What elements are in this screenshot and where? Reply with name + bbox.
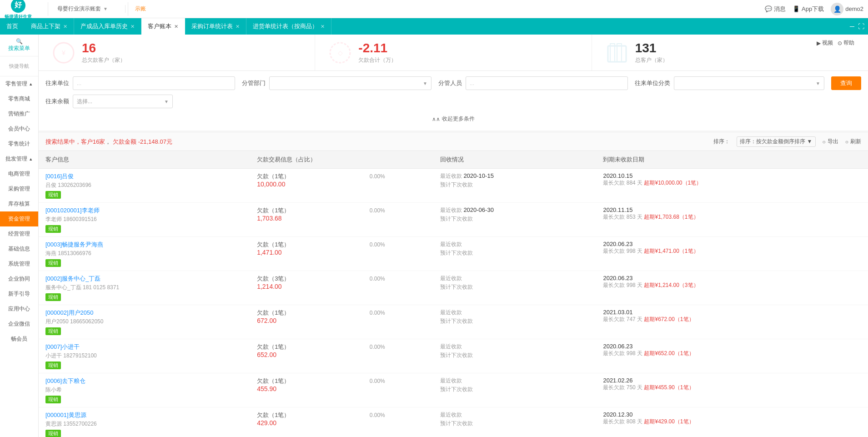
customer-name-7[interactable]: [000001]黄思源 <box>45 411 243 419</box>
overdue-amount-4[interactable]: 超期¥672.00（1笔） <box>644 316 694 322</box>
td-due-date-5: 2020.06.23 最长欠款 998 天 超期¥652.00（1笔） <box>596 339 868 373</box>
sidebar-item-batch-mgmt[interactable]: 批发管理 ▲ <box>0 151 38 166</box>
sidebar-item-operations[interactable]: 经营管理 <box>0 226 38 241</box>
export-btn[interactable]: ○ 导出 <box>823 138 838 146</box>
debt-amount-0[interactable]: 10,000.00 <box>257 181 356 188</box>
sidebar-item-new-guide[interactable]: 新手引导 <box>0 286 38 301</box>
debt-pct-4: 0.00% <box>370 310 426 316</box>
debt-amount-4[interactable]: 672.00 <box>257 317 356 324</box>
due-date-value-3: 2020.06.23 <box>603 275 861 281</box>
tab-purchase-stats-product[interactable]: 进货单统计表（按商品） ✕ <box>246 18 331 35</box>
customer-name-3[interactable]: [0002]服务中心_丁磊 <box>45 275 243 283</box>
filter-dept-select[interactable]: ▼ <box>269 76 431 90</box>
stats-row: ¥ 16 总欠款客户（家） ◇ <box>39 35 868 71</box>
stat-info-all-customers: 131 总客户（家） <box>635 41 668 64</box>
filter-balance-select[interactable]: 选择... ▼ <box>73 95 173 108</box>
customer-name-0[interactable]: [0016]吕俊 <box>45 172 243 181</box>
tab-purchase-order-summary[interactable]: 采购订单统计表 ✕ <box>185 18 246 35</box>
collapse-filters-btn[interactable]: ∧∧ 收起更多条件 <box>45 113 861 125</box>
debt-amount-2[interactable]: 1,471.00 <box>257 249 356 256</box>
sidebar-item-enterprise-wechat[interactable]: 企业微信 <box>0 316 38 332</box>
customer-name-6[interactable]: [0006]去下粮仓 <box>45 377 243 385</box>
sidebar-item-purchase-mgmt[interactable]: 采购管理 <box>0 181 38 196</box>
sort-select[interactable]: 排序：按欠款金额倒序排序 ▼ <box>737 136 815 147</box>
sidebar-item-basic-info[interactable]: 基础信息 <box>0 241 38 256</box>
td-customer-info-1: [0001020001]李老师 李老师 18600391516 现销 <box>39 203 250 237</box>
overdue-amount-0[interactable]: 超期¥10,000.00（1笔） <box>644 180 702 186</box>
refresh-btn[interactable]: ○ 刷新 <box>845 138 861 146</box>
sidebar-search[interactable]: 🔍 搜索菜单 <box>0 35 38 56</box>
sidebar-item-ecommerce[interactable]: 电商管理 <box>0 166 38 181</box>
sidebar-item-member-center[interactable]: 会员中心 <box>0 121 38 136</box>
debt-amount-6[interactable]: 455.90 <box>257 385 356 392</box>
filter-customer-input[interactable]: ... <box>73 76 235 90</box>
help-btn[interactable]: ⊙ 帮助 <box>838 39 854 47</box>
app-download-btn[interactable]: 📱 App下载 <box>793 5 824 13</box>
demo-link[interactable]: 示账 <box>130 5 151 13</box>
sidebar-item-member-vip[interactable]: 畅会员 <box>0 332 38 347</box>
td-collection-3: 最近收款 预计下次收款 <box>433 271 597 305</box>
customer-name-4[interactable]: [000002]用户2050 <box>45 309 243 317</box>
sidebar-item-system-mgmt[interactable]: 系统管理 <box>0 256 38 271</box>
due-date-value-6: 2021.02.26 <box>603 377 861 384</box>
debt-amount-3[interactable]: 1,214.00 <box>257 283 356 290</box>
close-tab-purchase-stats-product[interactable]: ✕ <box>321 24 325 30</box>
sidebar-item-inventory[interactable]: 库存核算 <box>0 196 38 211</box>
filter-person-input[interactable]: ... <box>466 76 628 90</box>
collection-label-6: 最近收款 <box>440 377 462 384</box>
debt-amount-5[interactable]: 652.00 <box>257 351 356 358</box>
collection-label-1: 最近收款 <box>440 207 462 213</box>
sidebar-item-retail-mall[interactable]: 零售商城 <box>0 91 38 106</box>
collection-next-4: 预计下次收款 <box>440 317 590 325</box>
search-button[interactable]: 查询 <box>831 76 861 90</box>
debt-amount-1[interactable]: 1,703.68 <box>257 215 356 222</box>
message-btn[interactable]: 💬 消息 <box>765 5 786 13</box>
store-selector[interactable]: 母婴行业演示账套 ▼ <box>53 5 125 13</box>
tabs-expand-icon[interactable]: ⛶ <box>858 23 864 30</box>
table-row: [000002]用户2050 用户2050 18665062050 现销 欠款（… <box>39 305 868 339</box>
collection-next-2: 预计下次收款 <box>440 249 590 257</box>
view-video-btn[interactable]: ▶ 视频 <box>817 39 833 47</box>
debt-amount-7[interactable]: 429.00 <box>257 419 356 427</box>
sidebar-item-marketing[interactable]: 营销推广 <box>0 106 38 121</box>
debt-total-value: -2.11 <box>358 41 396 55</box>
sidebar-item-finance-mgmt[interactable]: 资金管理 <box>0 211 38 226</box>
overdue-amount-5[interactable]: 超期¥652.00（1笔） <box>644 350 694 357</box>
tabs-minimize-icon[interactable]: ─ <box>850 23 854 30</box>
tab-home[interactable]: 首页 <box>0 22 25 30</box>
message-icon: 💬 <box>765 5 772 12</box>
tab-customer-account[interactable]: 客户账本 ✕ <box>141 18 185 35</box>
debt-pct-2: 0.00% <box>370 241 426 248</box>
debt-info-label-5: 欠款（1笔） <box>257 343 356 351</box>
overdue-amount-3[interactable]: 超期¥1,214.00（3笔） <box>644 282 698 288</box>
customer-name-1[interactable]: [0001020001]李老师 <box>45 206 243 215</box>
td-debt-pct-5: 0.00% <box>363 339 433 373</box>
user-avatar-btn[interactable]: 👤 demo2 <box>831 3 863 15</box>
td-debt-pct-6: 0.00% <box>363 373 433 407</box>
table-header-row: 客户信息 欠款交易信息（占比） 回收情况 到期未收款日期 <box>39 151 868 169</box>
close-tab-products-shelf[interactable]: ✕ <box>63 24 67 30</box>
td-collection-4: 最近收款 预计下次收款 <box>433 305 597 339</box>
overdue-amount-6[interactable]: 超期¥455.90（1笔） <box>644 384 694 391</box>
sidebar-item-retail-stats[interactable]: 零售统计 <box>0 136 38 151</box>
overdue-amount-1[interactable]: 超期¥1,703.68（1笔） <box>644 214 698 220</box>
overdue-amount-2[interactable]: 超期¥1,471.00（1笔） <box>644 248 698 254</box>
tab-production-history[interactable]: 产成品入库单历史 ✕ <box>74 18 141 35</box>
sidebar-item-retail-mgmt[interactable]: 零售管理 ▲ <box>0 76 38 91</box>
overdue-amount-7[interactable]: 超期¥429.00（1笔） <box>644 418 694 425</box>
customer-name-2[interactable]: [0003]畅捷服务尹海燕 <box>45 241 243 249</box>
help-icon: ⊙ <box>838 40 842 46</box>
filter-customer-label: 往来单位 <box>45 79 69 87</box>
tab-products-shelf[interactable]: 商品上下架 ✕ <box>25 18 74 35</box>
close-tab-production-history[interactable]: ✕ <box>130 24 135 30</box>
filter-category-label: 往来单位分类 <box>635 79 670 87</box>
logo-area: 好 畅捷通好生意 <box>5 0 43 20</box>
close-tab-customer-account[interactable]: ✕ <box>174 24 178 30</box>
filter-category-select[interactable]: ▼ <box>674 76 824 90</box>
collection-label-2: 最近收款 <box>440 241 462 247</box>
sidebar-item-app-center[interactable]: 应用中心 <box>0 301 38 316</box>
customer-name-5[interactable]: [0007]小进干 <box>45 343 243 351</box>
td-debt-info-5: 欠款（1笔） 652.00 <box>250 339 363 373</box>
close-tab-purchase-order-summary[interactable]: ✕ <box>236 24 240 30</box>
sidebar-item-enterprise-coop[interactable]: 企业协同 <box>0 271 38 286</box>
